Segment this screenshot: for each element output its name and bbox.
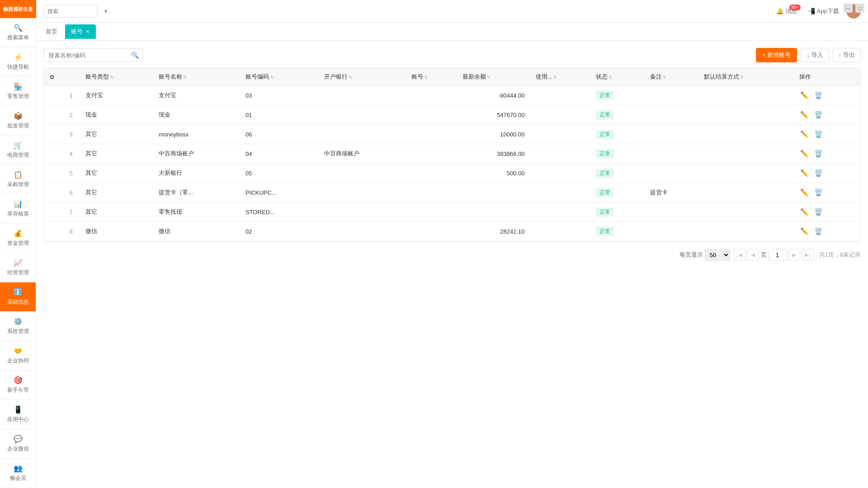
row-number: 3 bbox=[62, 125, 80, 144]
sidebar-item-inventory[interactable]: 📊 库存核算 bbox=[0, 194, 36, 224]
sidebar-item-guide[interactable]: 🎯 新手引导 bbox=[0, 371, 36, 400]
delete-button[interactable]: 🗑️ bbox=[813, 207, 824, 217]
col-remark[interactable]: 备注⇅ bbox=[645, 68, 698, 86]
col-settle[interactable]: 默认结算方式⇅ bbox=[698, 68, 794, 86]
edit-button[interactable]: ✏️ bbox=[799, 129, 810, 139]
delete-button[interactable]: 🗑️ bbox=[813, 226, 824, 236]
edit-button[interactable]: ✏️ bbox=[799, 226, 810, 236]
row-type: 其它 bbox=[80, 125, 153, 144]
delete-button[interactable]: 🗑️ bbox=[813, 129, 824, 139]
sidebar-item-label: 基础信息 bbox=[7, 298, 29, 306]
add-account-button[interactable]: + 新增账号 bbox=[756, 48, 797, 62]
export-button[interactable]: ↑ 导出 bbox=[833, 48, 861, 62]
sidebar-item-collab[interactable]: 🤝 企业协同 bbox=[0, 341, 36, 371]
row-settle bbox=[698, 183, 794, 202]
row-gear bbox=[44, 125, 62, 144]
col-balance[interactable]: 最新余额⇅ bbox=[457, 68, 530, 86]
wechat-icon: 💬 bbox=[14, 435, 23, 443]
pagination: 每页显示 50 20 100 |◀ ◀ 页 ▶ ▶| 共1页，8条记录 bbox=[43, 249, 861, 261]
col-usage[interactable]: 使用...⇅ bbox=[530, 68, 590, 86]
row-balance: 28241.10 bbox=[457, 222, 530, 241]
row-actions: ✏️ 🗑️ bbox=[794, 105, 860, 125]
edit-button[interactable]: ✏️ bbox=[799, 149, 810, 159]
search-button[interactable]: 🔍 bbox=[127, 49, 142, 61]
sidebar-item-system[interactable]: ⚙️ 系统管理 bbox=[0, 312, 36, 341]
sidebar-item-member[interactable]: 👥 畅会员 bbox=[0, 459, 36, 488]
topbar-search-input[interactable] bbox=[43, 5, 98, 18]
messages-button[interactable]: 🔔 消息 99+ bbox=[776, 7, 797, 15]
row-type: 其它 bbox=[80, 202, 153, 222]
page-size-label: 每页显示 bbox=[679, 251, 703, 259]
sidebar-item-label: 采购管理 bbox=[7, 181, 29, 188]
page-input[interactable] bbox=[769, 249, 787, 261]
sidebar-item-label: 企业微信 bbox=[7, 445, 29, 453]
col-code[interactable]: 账号编码⇅ bbox=[240, 68, 319, 86]
col-account[interactable]: 账号⇅ bbox=[406, 68, 457, 86]
minimize-button[interactable]: — bbox=[844, 4, 853, 13]
first-page-button[interactable]: |◀ bbox=[734, 249, 745, 261]
sidebar-item-ecommerce[interactable]: 🛒 电商管理 bbox=[0, 136, 36, 165]
next-page-button[interactable]: ▶ bbox=[788, 249, 800, 261]
guide-icon: 🎯 bbox=[14, 376, 23, 385]
row-code: 03 bbox=[240, 86, 319, 105]
sidebar-item-quicknav[interactable]: ⚡ 快捷导航 bbox=[0, 47, 36, 77]
tab-home[interactable]: 首页 bbox=[40, 24, 63, 39]
last-page-button[interactable]: ▶| bbox=[802, 249, 814, 261]
sidebar-item-label: 快捷导航 bbox=[7, 63, 29, 71]
status-badge: 正常 bbox=[596, 130, 614, 139]
page-size-select[interactable]: 50 20 100 bbox=[705, 249, 730, 261]
edit-button[interactable]: ✏️ bbox=[799, 207, 810, 217]
row-status: 正常 bbox=[590, 164, 645, 183]
sidebar-item-basic[interactable]: ℹ️ 基础信息 bbox=[0, 282, 36, 312]
sidebar-item-search[interactable]: 🔍 搜索菜单 bbox=[0, 18, 36, 47]
sidebar-item-wechat[interactable]: 💬 企业微信 bbox=[0, 429, 36, 459]
edit-button[interactable]: ✏️ bbox=[799, 110, 810, 120]
row-bank bbox=[319, 86, 406, 105]
search-input[interactable] bbox=[44, 49, 127, 61]
col-name[interactable]: 账号名称⇅ bbox=[153, 68, 240, 86]
table-row: 6 其它 提货卡（零... PICKUPC... 正常 提货卡 ✏️ 🗑️ bbox=[44, 183, 860, 202]
status-badge: 正常 bbox=[596, 207, 614, 217]
tab-account[interactable]: 账号 ✕ bbox=[65, 24, 96, 39]
gear-icon[interactable]: ⚙ bbox=[49, 74, 55, 80]
sort-icon: ⇅ bbox=[349, 75, 352, 80]
wholesale-icon: 📦 bbox=[14, 112, 23, 120]
row-remark bbox=[645, 202, 698, 222]
edit-button[interactable]: ✏️ bbox=[799, 168, 810, 178]
col-type[interactable]: 账号类型⇅ bbox=[80, 68, 153, 86]
page-size-area: 每页显示 50 20 100 bbox=[679, 249, 730, 261]
sidebar-item-retail[interactable]: 🏪 零售管理 bbox=[0, 77, 36, 106]
sidebar-item-purchase[interactable]: 📋 采购管理 bbox=[0, 165, 36, 194]
sidebar-item-operation[interactable]: 📈 经营管理 bbox=[0, 253, 36, 282]
row-account bbox=[406, 164, 457, 183]
edit-button[interactable]: ✏️ bbox=[799, 90, 810, 100]
search-box: 🔍 bbox=[43, 48, 143, 62]
sidebar-item-appcenter[interactable]: 📱 应用中心 bbox=[0, 400, 36, 429]
delete-button[interactable]: 🗑️ bbox=[813, 188, 824, 197]
tab-close-icon[interactable]: ✕ bbox=[85, 28, 90, 35]
delete-button[interactable]: 🗑️ bbox=[813, 149, 824, 159]
status-badge: 正常 bbox=[596, 227, 614, 236]
purchase-icon: 📋 bbox=[14, 170, 23, 179]
import-button[interactable]: ↓ 导入 bbox=[801, 48, 829, 62]
app-download-button[interactable]: 📲 App下载 bbox=[808, 7, 839, 15]
row-number: 2 bbox=[62, 105, 80, 125]
row-bank bbox=[319, 125, 406, 144]
col-bank[interactable]: 开户银行⇅ bbox=[319, 68, 406, 86]
sidebar-item-finance[interactable]: 💰 资金管理 bbox=[0, 224, 36, 253]
row-usage bbox=[530, 86, 590, 105]
prev-page-button[interactable]: ◀ bbox=[747, 249, 759, 261]
edit-button[interactable]: ✏️ bbox=[799, 188, 810, 197]
delete-button[interactable]: 🗑️ bbox=[813, 90, 824, 100]
row-settle bbox=[698, 105, 794, 125]
maximize-button[interactable]: □ bbox=[855, 4, 864, 13]
sidebar-item-wholesale[interactable]: 📦 批发管理 bbox=[0, 106, 36, 136]
col-gear: ⚙ bbox=[44, 68, 62, 86]
delete-button[interactable]: 🗑️ bbox=[813, 168, 824, 178]
row-number: 1 bbox=[62, 86, 80, 105]
row-gear bbox=[44, 144, 62, 164]
row-name: 微信 bbox=[153, 222, 240, 241]
col-status[interactable]: 状态⇅ bbox=[590, 68, 645, 86]
delete-button[interactable]: 🗑️ bbox=[813, 110, 824, 120]
row-remark bbox=[645, 144, 698, 164]
